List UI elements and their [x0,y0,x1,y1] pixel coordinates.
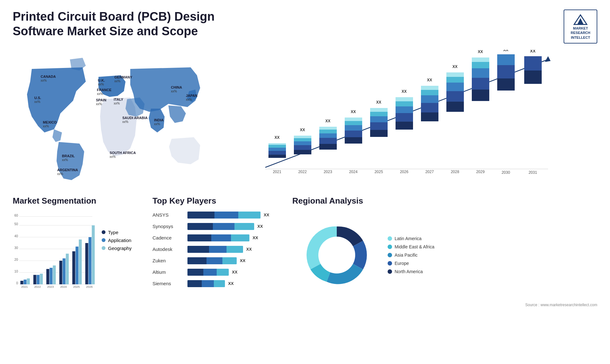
svg-text:XX: XX [351,110,356,114]
svg-text:U.K.: U.K. [98,78,105,82]
svg-text:2023: 2023 [324,170,332,174]
svg-text:SAUDI ARABIA: SAUDI ARABIA [122,116,148,120]
svg-text:XX: XX [274,135,280,140]
svg-text:xx%: xx% [41,79,47,82]
svg-text:60: 60 [14,213,18,217]
segmentation-chart: 0 10 20 30 40 50 60 [13,211,95,293]
growth-chart-section: XX 2021 XX 2022 XX 2023 [216,50,597,190]
svg-text:2030: 2030 [502,170,510,175]
growth-bar-chart: XX 2021 XX 2022 XX 2023 [216,50,597,183]
player-zuken: Zuken [152,256,181,265]
svg-rect-79 [421,90,438,95]
svg-rect-55 [345,137,362,144]
svg-text:xx%: xx% [154,122,160,126]
svg-rect-56 [345,131,362,137]
svg-rect-91 [472,78,489,90]
svg-rect-59 [345,118,362,121]
svg-rect-141 [79,239,82,284]
legend-geo-dot [102,246,105,250]
legend-app-dot [102,238,105,242]
page-title: Printed Circuit Board (PCB) Design Softw… [13,10,235,38]
player-autodesk: Autodesk [152,245,181,254]
svg-text:XX: XX [300,128,305,132]
svg-text:FRANCE: FRANCE [97,88,112,92]
main-top: CANADA xx% U.S. xx% MEXICO xx% BRAZIL xx… [13,50,597,190]
svg-rect-132 [50,268,52,284]
svg-text:MEXICO: MEXICO [43,120,57,124]
svg-text:xx%: xx% [34,100,40,104]
svg-rect-90 [472,90,489,101]
svg-text:xx%: xx% [114,79,120,83]
svg-rect-69 [396,122,413,130]
svg-text:xx%: xx% [122,120,128,124]
svg-text:10: 10 [14,270,18,273]
legend-northam-dot [388,269,392,274]
svg-rect-70 [396,113,413,122]
svg-text:xx%: xx% [186,98,192,101]
svg-text:xx%: xx% [97,92,103,96]
svg-rect-36 [268,148,286,151]
svg-rect-123 [20,281,23,284]
svg-rect-103 [524,71,542,84]
svg-rect-143 [85,243,88,284]
svg-rect-127 [33,275,36,284]
logo-icon [573,13,588,26]
legend-mea: Middle East & Africa [388,244,434,249]
svg-text:xx%: xx% [110,155,116,158]
svg-text:20: 20 [14,258,18,261]
svg-text:xx%: xx% [114,102,120,105]
svg-rect-104 [524,56,542,71]
svg-rect-144 [89,237,92,284]
svg-rect-64 [370,116,388,122]
svg-rect-136 [63,258,65,284]
page-wrapper: Printed Circuit Board (PCB) Design Softw… [0,0,610,364]
svg-rect-80 [421,86,438,90]
player-bar-cadence: XX [187,233,286,242]
svg-text:2031: 2031 [529,170,537,175]
players-list: ANSYS Synopsys Cadence Autodesk Zuken Al… [152,211,286,288]
svg-text:XX: XX [376,100,381,104]
svg-text:CHINA: CHINA [171,85,182,89]
svg-text:2024: 2024 [349,170,358,174]
svg-text:2021: 2021 [21,285,28,288]
header: Printed Circuit Board (PCB) Design Softw… [13,10,597,44]
autodesk-xx: XX [246,247,252,252]
svg-rect-83 [446,102,464,112]
svg-rect-140 [76,246,78,284]
svg-text:xx%: xx% [43,125,49,128]
svg-rect-42 [294,145,311,150]
svg-rect-92 [472,68,489,78]
donut-area: Latin America Middle East & Africa Asia … [292,211,597,300]
source-text: Source : www.marketresearchintellect.com [292,303,597,307]
legend-apac: Asia Pacific [388,253,434,258]
svg-rect-52 [319,127,337,130]
svg-rect-35 [268,151,286,155]
ansys-xx: XX [264,212,269,217]
svg-rect-145 [92,225,95,284]
svg-text:XX: XX [325,119,330,123]
svg-text:SOUTH AFRICA: SOUTH AFRICA [110,151,136,155]
svg-text:XX: XX [402,89,407,94]
map-section: CANADA xx% U.S. xx% MEXICO xx% BRAZIL xx… [13,50,210,190]
regional-section: Regional Analysis [292,196,597,307]
svg-text:INDIA: INDIA [154,118,164,122]
svg-text:30: 30 [14,246,18,250]
legend-mea-dot [388,245,392,249]
player-altium: Altium [152,268,181,277]
svg-rect-44 [294,138,311,141]
legend-europe-dot [388,261,392,266]
svg-rect-71 [396,106,413,113]
svg-rect-51 [319,130,337,133]
svg-text:BRAZIL: BRAZIL [62,154,75,158]
svg-rect-66 [370,108,388,112]
regional-title: Regional Analysis [292,196,597,206]
svg-text:40: 40 [14,234,18,238]
svg-rect-65 [370,112,388,116]
player-bar-siemens: XX [187,279,286,288]
svg-rect-135 [59,261,62,284]
svg-rect-86 [446,77,464,83]
svg-rect-57 [345,125,362,131]
svg-rect-41 [294,150,311,154]
svg-text:2021: 2021 [273,170,281,174]
svg-rect-124 [24,280,26,284]
